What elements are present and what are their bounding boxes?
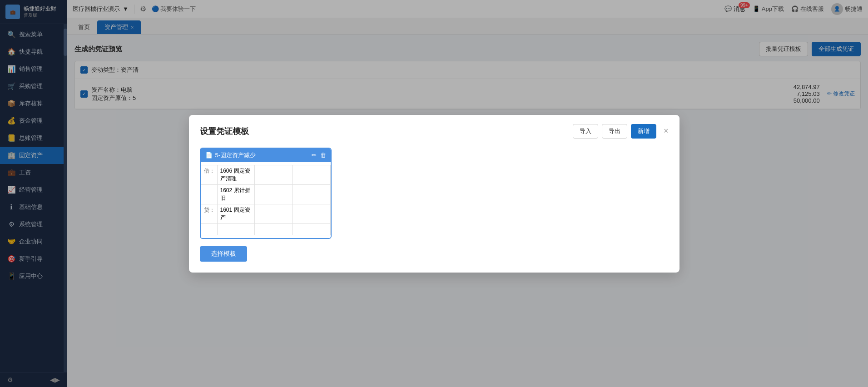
entry-type-4 [201, 224, 218, 235]
select-template-button[interactable]: 选择模板 [200, 246, 247, 262]
template-card-header: 📄 5-固定资产减少 ✏ 🗑 [201, 149, 331, 162]
template-card: 📄 5-固定资产减少 ✏ 🗑 借： [200, 148, 332, 239]
dialog-header: 设置凭证模板 导入 导出 新增 × [189, 115, 680, 139]
entry-credit-1 [293, 165, 330, 185]
entry-account-4 [218, 224, 255, 235]
dialog-title: 设置凭证模板 [200, 126, 249, 137]
dialog: 设置凭证模板 导入 导出 新增 × 📄 [189, 115, 680, 273]
entry-type-2 [201, 185, 218, 204]
dialog-action-buttons: 导入 导出 新增 × [573, 124, 669, 139]
entry-account-3: 1601 固定资产 [218, 204, 255, 224]
content-area: 生成的凭证预览 批量凭证模板 全部生成凭证 ✓ 变动类型：资产清 ✓ [67, 35, 868, 387]
main-area: 医疗器械行业演示 ▼ ⚙ 🔵 我要体验一下 💬 消息 99+ 📱 App下载 [67, 0, 868, 387]
entry-credit-4 [293, 224, 330, 235]
modal-overlay[interactable]: 设置凭证模板 导入 导出 新增 × 📄 [67, 35, 868, 387]
export-button[interactable]: 导出 [602, 124, 627, 139]
dialog-close-icon[interactable]: × [664, 126, 669, 136]
new-button[interactable]: 新增 [631, 124, 656, 139]
import-button[interactable]: 导入 [573, 124, 598, 139]
template-name: 5-固定资产减少 [215, 151, 256, 159]
entry-type-3: 贷： [201, 204, 218, 224]
template-edit-icon[interactable]: ✏ [312, 152, 317, 159]
entry-account-1: 1606 固定资产清理 [218, 165, 255, 185]
entry-debit-4 [255, 224, 293, 235]
template-delete-icon[interactable]: 🗑 [320, 152, 326, 159]
template-header-actions: ✏ 🗑 [312, 152, 326, 159]
dialog-body: 📄 5-固定资产减少 ✏ 🗑 借： [189, 139, 680, 273]
template-card-body: 借： 1606 固定资产清理 1602 累计折旧 贷： 160 [201, 162, 331, 238]
entry-debit-3 [255, 204, 293, 224]
entry-credit-2 [293, 185, 330, 204]
entry-credit-3 [293, 204, 330, 224]
entry-debit-1 [255, 165, 293, 185]
template-doc-icon: 📄 [205, 152, 213, 159]
entry-account-2: 1602 累计折旧 [218, 185, 255, 204]
entry-debit-2 [255, 185, 293, 204]
entry-type-1: 借： [201, 165, 218, 185]
